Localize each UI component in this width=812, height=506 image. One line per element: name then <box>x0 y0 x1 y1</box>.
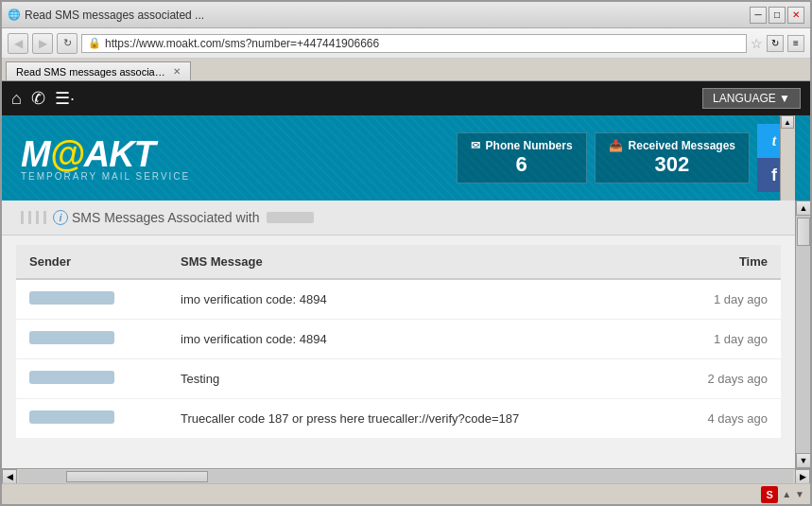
time-cell: 2 days ago <box>667 359 781 399</box>
sender-cell <box>16 399 167 439</box>
tab-favicon: 🌐 <box>8 9 21 21</box>
sender-redacted <box>29 331 114 344</box>
scroll-up-button[interactable]: ▲ <box>781 115 794 129</box>
browser-window: 🌐 Read SMS messages associated ... ─ □ ✕… <box>0 0 812 506</box>
active-tab[interactable]: Read SMS messages associated ... ✕ <box>6 61 191 80</box>
received-messages-box[interactable]: 📥 Received Messages 302 <box>595 132 750 183</box>
col-time: Time <box>667 245 781 279</box>
minimize-button[interactable]: ─ <box>750 7 767 24</box>
logo-m: M <box>21 134 50 174</box>
sender-redacted <box>29 291 114 305</box>
logo-text: M@AKT <box>21 134 190 175</box>
main-content: i SMS Messages Associated with Sender SM… <box>2 201 795 468</box>
received-messages-count: 302 <box>609 152 735 177</box>
forward-button[interactable]: ▶ <box>32 33 53 54</box>
phone-numbers-label: ✉ Phone Numbers <box>471 139 573 152</box>
table-row: imo verification code: 4894 1 day ago <box>16 320 781 359</box>
sms-table: Sender SMS Message Time imo verification… <box>16 245 781 438</box>
time-cell: 1 day ago <box>667 320 781 359</box>
received-messages-label: 📥 Received Messages <box>609 139 735 152</box>
tab-label: Read SMS messages associated ... <box>16 66 167 78</box>
vertical-scrollbar: ▲ ▼ <box>795 201 810 468</box>
col-message: SMS Message <box>167 245 667 279</box>
bookmark-icon[interactable]: ☆ <box>751 36 763 51</box>
maximize-button[interactable]: □ <box>769 7 786 24</box>
table-header-row: Sender SMS Message Time <box>16 245 781 279</box>
header-scrollbar: ▲ <box>780 115 795 201</box>
scroll-left-button[interactable]: ◀ <box>2 469 17 484</box>
time-cell: 1 day ago <box>667 279 781 320</box>
scroll-track <box>796 216 810 453</box>
h-scroll-thumb[interactable] <box>66 471 208 482</box>
logo-akt: AKT <box>84 134 155 174</box>
url-box[interactable]: 🔒 https://www.moakt.com/sms?number=+4474… <box>81 34 747 53</box>
menu-button[interactable]: ☰· <box>55 88 75 109</box>
status-arrow-up[interactable]: ▲ <box>782 489 791 499</box>
status-bar: S ▲ ▼ <box>2 483 810 504</box>
h-scroll-track <box>19 470 793 483</box>
status-icon: S <box>761 486 778 503</box>
envelope-phone-icon: ✉ <box>471 139 480 152</box>
col-sender: Sender <box>16 245 167 279</box>
sender-cell <box>16 359 167 399</box>
info-bar: i SMS Messages Associated with <box>2 201 795 236</box>
scroll-up-button[interactable]: ▲ <box>796 201 810 216</box>
horizontal-scrollbar: ◀ ▶ <box>2 468 810 483</box>
phone-numbers-box[interactable]: ✉ Phone Numbers 6 <box>457 132 587 183</box>
title-bar-left: 🌐 Read SMS messages associated ... <box>8 9 204 22</box>
window-title: Read SMS messages associated ... <box>25 9 204 22</box>
language-button[interactable]: LANGUAGE ▼ <box>702 88 801 109</box>
title-bar: 🌐 Read SMS messages associated ... ─ □ ✕ <box>2 2 810 28</box>
back-button[interactable]: ◀ <box>8 33 28 54</box>
refresh-icon[interactable]: ↻ <box>767 35 784 52</box>
table-row: Testing 2 days ago <box>16 359 781 399</box>
logo-area: M@AKT TEMPORARY MAIL SERVICE <box>21 134 190 182</box>
message-cell: imo verification code: 4894 <box>167 320 667 359</box>
redacted-number <box>267 212 314 223</box>
sender-cell <box>16 320 167 359</box>
close-button[interactable]: ✕ <box>787 7 804 24</box>
window-controls: ─ □ ✕ <box>750 7 804 24</box>
tab-bar: Read SMS messages associated ... ✕ <box>2 59 810 81</box>
inbox-icon: 📥 <box>609 139 623 152</box>
home-button[interactable]: ⌂ <box>11 89 22 109</box>
content-area: i SMS Messages Associated with Sender SM… <box>2 201 810 468</box>
table-row: Truecaller code 187 or press here trueca… <box>16 399 781 439</box>
logo-subtitle: TEMPORARY MAIL SERVICE <box>21 171 190 182</box>
sender-redacted <box>29 410 114 424</box>
message-cell: Testing <box>167 359 667 399</box>
time-cell: 4 days ago <box>667 399 781 439</box>
sender-redacted <box>29 371 114 384</box>
message-cell: imo verification code: 4894 <box>167 279 667 320</box>
sender-cell <box>16 279 167 320</box>
stripe-decoration <box>21 211 49 224</box>
sms-table-container: Sender SMS Message Time imo verification… <box>2 236 795 447</box>
address-bar: ◀ ▶ ↻ 🔒 https://www.moakt.com/sms?number… <box>2 28 810 59</box>
phone-numbers-count: 6 <box>471 152 573 177</box>
lock-icon: 🔒 <box>88 37 101 49</box>
info-bar-left: i SMS Messages Associated with <box>21 210 318 225</box>
site-header: M@AKT TEMPORARY MAIL SERVICE ✉ Phone Num… <box>2 115 810 201</box>
message-cell: Truecaller code 187 or press here trueca… <box>167 399 667 439</box>
scroll-right-button[interactable]: ▶ <box>795 469 810 484</box>
scroll-down-button[interactable]: ▼ <box>796 453 810 468</box>
info-icon: i <box>53 210 68 225</box>
browser-toolbar: ⌂ ✆ ☰· LANGUAGE ▼ <box>2 81 810 115</box>
refresh-button[interactable]: ↻ <box>57 33 78 54</box>
header-right: ✉ Phone Numbers 6 📥 Received Messages 30… <box>457 124 791 192</box>
tab-close-button[interactable]: ✕ <box>173 66 181 77</box>
status-arrow-down[interactable]: ▼ <box>795 489 804 499</box>
logo-at: @ <box>50 134 84 174</box>
scroll-thumb[interactable] <box>797 218 810 246</box>
table-row: imo verification code: 4894 1 day ago <box>16 279 781 320</box>
phone-button[interactable]: ✆ <box>31 88 45 109</box>
menu-icon[interactable]: ≡ <box>787 35 804 52</box>
url-text: https://www.moakt.com/sms?number=+447441… <box>105 37 379 50</box>
info-text: SMS Messages Associated with <box>72 210 259 225</box>
